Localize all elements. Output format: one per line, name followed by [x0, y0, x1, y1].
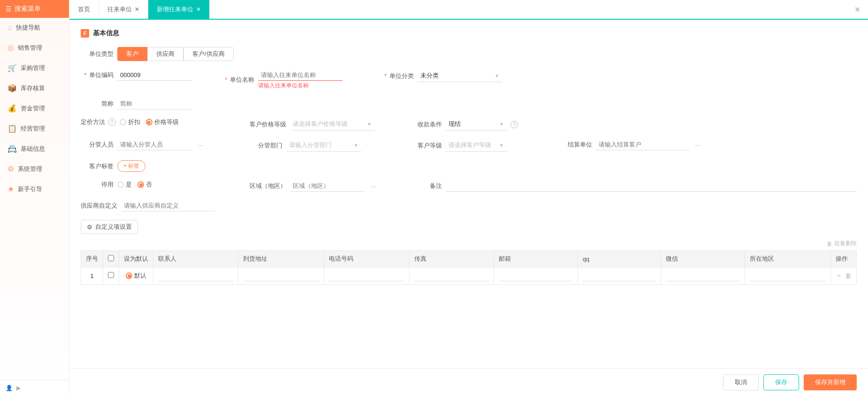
- unit-name-input[interactable]: [258, 70, 343, 81]
- customer-level-select[interactable]: 请选择客户等级 ▼: [446, 139, 507, 152]
- col-default: 设为默认: [119, 251, 153, 267]
- save-and-new-button[interactable]: 保存并新增: [804, 374, 857, 390]
- row-add-icon[interactable]: ＋: [836, 272, 842, 280]
- form-content: F 基本信息 单位类型 客户 供应商 客户/供应商 * 单位编码: [69, 20, 868, 368]
- sidebar-item-finance[interactable]: 💰 资金管理: [0, 98, 69, 118]
- sidebar-item-newbie[interactable]: ★ 新手引导: [0, 179, 69, 199]
- col-email: 邮箱: [494, 251, 578, 267]
- region-more-button[interactable]: ···: [369, 183, 378, 190]
- window-close-button[interactable]: ✕: [854, 5, 860, 14]
- dept-placeholder: 请输入分管部门: [289, 141, 352, 149]
- search-icon: ☰: [6, 5, 12, 13]
- radio-discount[interactable]: 折扣: [120, 118, 140, 126]
- supplier-custom-row: 供应商自定义: [81, 200, 857, 211]
- dept-select[interactable]: 请输入分管部门 ▼: [286, 139, 361, 152]
- row-contact-input[interactable]: [158, 270, 233, 281]
- customer-price-arrow-icon: ▼: [367, 122, 372, 127]
- sidebar-item-basic-info[interactable]: 📇 基础信息: [0, 139, 69, 159]
- add-tag-button[interactable]: + 标签: [117, 160, 145, 172]
- payment-field: 收款条件 现结 ▼ ?: [409, 118, 559, 131]
- manager-more-button[interactable]: ···: [196, 141, 205, 148]
- manager-input[interactable]: [117, 139, 192, 150]
- select-all-checkbox[interactable]: [108, 255, 114, 261]
- cancel-button[interactable]: 取消: [723, 374, 759, 390]
- abbr-input[interactable]: [117, 98, 192, 109]
- sidebar-item-label: 经营管理: [21, 124, 45, 133]
- dept-label: 分管部门: [250, 141, 282, 150]
- tab-new-partner-close-icon[interactable]: ✕: [196, 6, 201, 13]
- unit-category-arrow-icon: ▼: [495, 73, 499, 78]
- payment-help-icon[interactable]: ?: [510, 121, 518, 128]
- customer-tag-row: 客户标签 + 标签: [81, 160, 857, 172]
- region-field: 区域（地区） ···: [250, 180, 409, 192]
- sidebar-item-quick-nav[interactable]: ⌂ 快捷导航: [0, 18, 69, 38]
- unit-code-input[interactable]: [117, 70, 192, 81]
- radio-price-level[interactable]: 价格等级: [146, 118, 179, 126]
- sidebar-item-sales[interactable]: ◎ 销售管理: [0, 38, 69, 58]
- batch-delete-area: 🗑 批量删除: [81, 240, 857, 248]
- tab-partners[interactable]: 往来单位 ✕: [99, 0, 148, 19]
- unit-type-row: 单位类型 客户 供应商 客户/供应商: [81, 47, 857, 61]
- row-default-radio-dot: [128, 274, 131, 278]
- radio-disabled-yes[interactable]: 是: [117, 180, 132, 189]
- row-region-input[interactable]: [750, 270, 826, 281]
- unit-code-label: * 单位编码: [81, 71, 114, 79]
- save-button[interactable]: 保存: [763, 374, 799, 390]
- sidebar-item-label: 快捷导航: [16, 23, 40, 32]
- row-phone-input[interactable]: [329, 270, 405, 281]
- contact-table: 序号 设为默认 联系人 到货地址 电话号码 传真 邮箱 qq 微信 所在地区 操…: [81, 250, 857, 285]
- payment-select[interactable]: 现结 ▼: [446, 118, 507, 131]
- custom-settings-button[interactable]: ⚙ 自定义项设置: [81, 220, 138, 234]
- tab-partners-close-icon[interactable]: ✕: [135, 6, 139, 13]
- table-header: 序号 设为默认 联系人 到货地址 电话号码 传真 邮箱 qq 微信 所在地区 操…: [81, 251, 857, 267]
- row-address-input[interactable]: [243, 270, 319, 281]
- disabled-field: 停用 是 否: [81, 180, 250, 189]
- region-input[interactable]: [290, 180, 365, 192]
- sidebar-item-operations[interactable]: 📋 经营管理: [0, 118, 69, 139]
- row-delete-icon[interactable]: 🗑: [845, 272, 852, 280]
- unit-category-field: * 单位分类 未分类 ▼: [381, 70, 531, 82]
- inventory-icon: 📦: [8, 84, 17, 93]
- row-wechat-input[interactable]: [666, 270, 740, 281]
- batch-delete-label[interactable]: 批量删除: [834, 240, 857, 248]
- radio-disabled-no[interactable]: 否: [137, 180, 152, 189]
- tab-new-partner[interactable]: 新增往来单位 ✕: [148, 0, 210, 19]
- sidebar-item-inventory[interactable]: 📦 库存核算: [0, 78, 69, 98]
- main-area: 首页 往来单位 ✕ 新增往来单位 ✕ ✕ F 基本信息 单位类型 客户 供应商 …: [69, 0, 868, 396]
- unit-type-buttons: 客户 供应商 客户/供应商: [117, 47, 234, 61]
- row-default-radio[interactable]: 默认: [124, 272, 148, 280]
- col-checkbox: [103, 251, 119, 267]
- row-qq: [578, 267, 661, 285]
- settlement-input[interactable]: [596, 139, 690, 150]
- settlement-label: 结算单位: [559, 140, 592, 149]
- tab-home[interactable]: 首页: [69, 0, 99, 19]
- pricing-help-icon[interactable]: ?: [108, 118, 116, 126]
- col-contact: 联系人: [153, 251, 238, 267]
- row-phone: [324, 267, 410, 285]
- radio-disabled-yes-circle: [117, 181, 124, 188]
- settlement-more-button[interactable]: ···: [693, 141, 702, 148]
- tab-bar: 首页 往来单位 ✕ 新增往来单位 ✕ ✕: [69, 0, 868, 20]
- type-btn-both[interactable]: 客户/供应商: [183, 47, 234, 61]
- sidebar-item-purchase[interactable]: 🛒 采购管理: [0, 58, 69, 78]
- customer-level-arrow-icon: ▼: [499, 143, 504, 148]
- table-body: 1 默认: [81, 267, 857, 285]
- row-email-input[interactable]: [499, 270, 573, 281]
- home-icon: ⌂: [8, 23, 12, 32]
- table-header-row: 序号 设为默认 联系人 到货地址 电话号码 传真 邮箱 qq 微信 所在地区 操…: [81, 251, 857, 267]
- row-action-icons: ＋ 🗑: [836, 272, 852, 280]
- row-checkbox[interactable]: [108, 272, 114, 278]
- tab-new-partner-label: 新增往来单位: [157, 5, 193, 14]
- customer-price-select[interactable]: 请选择客户价格等级 ▼: [290, 118, 374, 131]
- supplier-custom-input[interactable]: [121, 200, 215, 211]
- search-menu-button[interactable]: ☰ 搜索菜单: [0, 0, 69, 18]
- type-btn-supplier[interactable]: 供应商: [147, 47, 183, 61]
- sidebar-item-system[interactable]: ⚙ 系统管理: [0, 159, 69, 179]
- row-contact: [153, 267, 238, 285]
- row-fax-input[interactable]: [414, 270, 488, 281]
- unit-category-select[interactable]: 未分类 ▼: [418, 70, 502, 82]
- remark-input[interactable]: [446, 180, 857, 192]
- radio-disabled-no-circle: [137, 181, 144, 188]
- row-qq-input[interactable]: [583, 270, 656, 281]
- type-btn-customer[interactable]: 客户: [117, 47, 147, 61]
